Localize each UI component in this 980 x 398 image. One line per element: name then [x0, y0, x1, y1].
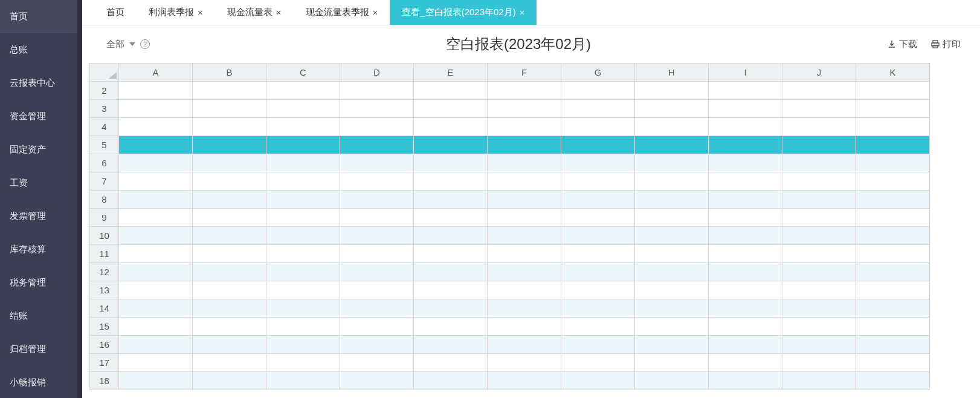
- cell[interactable]: [709, 118, 782, 136]
- cell[interactable]: [856, 209, 930, 227]
- cell[interactable]: [193, 372, 266, 390]
- cell[interactable]: [635, 82, 709, 100]
- cell[interactable]: [635, 100, 709, 118]
- cell[interactable]: [340, 299, 414, 318]
- cell[interactable]: [340, 209, 414, 227]
- row-header[interactable]: 15: [90, 318, 119, 336]
- cell[interactable]: [414, 263, 488, 281]
- cell[interactable]: [340, 82, 414, 100]
- cell[interactable]: [635, 336, 709, 354]
- cell[interactable]: [414, 281, 488, 299]
- cell[interactable]: [856, 227, 930, 245]
- cell[interactable]: [782, 172, 856, 191]
- cell[interactable]: [782, 281, 856, 299]
- cell[interactable]: [414, 372, 488, 390]
- cell[interactable]: [856, 172, 930, 191]
- cell[interactable]: [193, 263, 266, 281]
- cell[interactable]: [414, 136, 488, 154]
- cell[interactable]: [782, 209, 856, 227]
- cell[interactable]: [709, 172, 782, 191]
- cell[interactable]: [266, 372, 340, 390]
- column-header[interactable]: B: [193, 64, 266, 82]
- cell[interactable]: [709, 100, 782, 118]
- cell[interactable]: [709, 136, 782, 154]
- cell[interactable]: [561, 354, 635, 372]
- cell[interactable]: [266, 172, 340, 191]
- cell[interactable]: [782, 372, 856, 390]
- cell[interactable]: [193, 299, 266, 318]
- cell[interactable]: [488, 227, 561, 245]
- cell[interactable]: [340, 245, 414, 263]
- column-header[interactable]: E: [414, 64, 488, 82]
- cell[interactable]: [856, 336, 930, 354]
- sidebar-scrollbar[interactable]: [77, 0, 82, 398]
- cell[interactable]: [119, 82, 193, 100]
- sidebar-item[interactable]: 总账: [0, 33, 77, 67]
- cell[interactable]: [782, 299, 856, 318]
- cell[interactable]: [782, 227, 856, 245]
- download-button[interactable]: 下载: [887, 39, 917, 50]
- cell[interactable]: [709, 191, 782, 209]
- row-header[interactable]: 12: [90, 263, 119, 281]
- cell[interactable]: [193, 336, 266, 354]
- cell[interactable]: [414, 299, 488, 318]
- cell[interactable]: [119, 281, 193, 299]
- cell[interactable]: [340, 227, 414, 245]
- cell[interactable]: [266, 336, 340, 354]
- sidebar-item[interactable]: 发票管理: [0, 200, 77, 233]
- cell[interactable]: [856, 118, 930, 136]
- cell[interactable]: [266, 136, 340, 154]
- cell[interactable]: [856, 245, 930, 263]
- row-header[interactable]: 2: [90, 82, 119, 100]
- cell[interactable]: [193, 136, 266, 154]
- column-header[interactable]: G: [561, 64, 635, 82]
- cell[interactable]: [635, 354, 709, 372]
- cell[interactable]: [709, 318, 782, 336]
- row-header[interactable]: 16: [90, 336, 119, 354]
- cell[interactable]: [119, 191, 193, 209]
- cell[interactable]: [119, 136, 193, 154]
- row-header[interactable]: 6: [90, 154, 119, 172]
- cell[interactable]: [635, 245, 709, 263]
- cell[interactable]: [193, 172, 266, 191]
- cell[interactable]: [561, 209, 635, 227]
- column-header[interactable]: D: [340, 64, 414, 82]
- cell[interactable]: [488, 191, 561, 209]
- cell[interactable]: [414, 172, 488, 191]
- cell[interactable]: [561, 281, 635, 299]
- cell[interactable]: [635, 263, 709, 281]
- cell[interactable]: [635, 191, 709, 209]
- cell[interactable]: [856, 263, 930, 281]
- cell[interactable]: [782, 263, 856, 281]
- cell[interactable]: [488, 82, 561, 100]
- cell[interactable]: [414, 154, 488, 172]
- sidebar-item[interactable]: 资金管理: [0, 100, 77, 133]
- cell[interactable]: [414, 82, 488, 100]
- cell[interactable]: [856, 372, 930, 390]
- cell[interactable]: [635, 172, 709, 191]
- cell[interactable]: [119, 100, 193, 118]
- cell[interactable]: [856, 191, 930, 209]
- cell[interactable]: [782, 82, 856, 100]
- sidebar-item[interactable]: 税务管理: [0, 266, 77, 299]
- cell[interactable]: [488, 372, 561, 390]
- column-header[interactable]: C: [266, 64, 340, 82]
- cell[interactable]: [561, 136, 635, 154]
- row-header[interactable]: 10: [90, 227, 119, 245]
- cell[interactable]: [488, 245, 561, 263]
- cell[interactable]: [561, 299, 635, 318]
- close-icon[interactable]: ×: [198, 8, 203, 17]
- cell[interactable]: [488, 154, 561, 172]
- cell[interactable]: [635, 209, 709, 227]
- cell[interactable]: [340, 136, 414, 154]
- tab[interactable]: 利润表季报×: [137, 0, 215, 25]
- cell[interactable]: [782, 118, 856, 136]
- cell[interactable]: [119, 336, 193, 354]
- cell[interactable]: [266, 281, 340, 299]
- cell[interactable]: [561, 82, 635, 100]
- cell[interactable]: [414, 318, 488, 336]
- cell[interactable]: [561, 245, 635, 263]
- cell[interactable]: [193, 281, 266, 299]
- sidebar-item[interactable]: 库存核算: [0, 233, 77, 266]
- cell[interactable]: [414, 227, 488, 245]
